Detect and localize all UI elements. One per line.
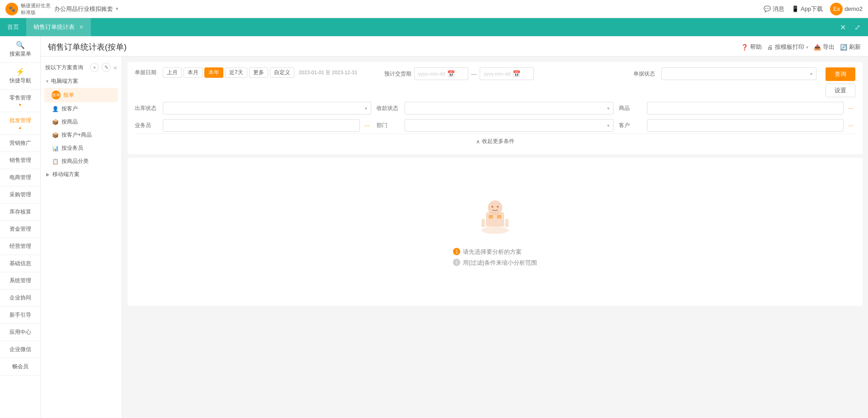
this-year-btn[interactable]: 本年	[204, 67, 223, 78]
tree-by-cust-goods[interactable]: 📦 按客户+商品	[44, 128, 118, 142]
this-month-btn[interactable]: 本月	[184, 67, 203, 78]
sidebar-item-app-center[interactable]: 应用中心	[0, 324, 40, 341]
collapse-panel-button[interactable]: «	[113, 64, 117, 71]
add-scheme-button[interactable]: +	[90, 63, 99, 72]
app-title-chevron-icon: ▾	[116, 6, 118, 12]
refresh-icon: 🔄	[840, 44, 847, 51]
export-icon: 📤	[814, 44, 821, 51]
tree-by-goods[interactable]: 📦 按商品	[44, 115, 118, 128]
ship-status-label: 出库状态	[135, 104, 160, 112]
department-select[interactable]: ▾	[405, 119, 613, 132]
messages-button[interactable]: 💬 消息	[764, 5, 784, 13]
sidebar-item-new-guide[interactable]: 新手引导	[0, 307, 40, 324]
salesperson-input[interactable]	[163, 119, 360, 132]
tree-by-salesperson[interactable]: 📊 按业务员	[44, 142, 118, 155]
window-close-button[interactable]: ✕	[837, 22, 848, 33]
tree-by-order[interactable]: 按单 按单	[44, 88, 118, 102]
payment-status-label: 收款状态	[377, 104, 402, 112]
by-order-icon: 按单	[52, 90, 61, 100]
goods-more-icon[interactable]: ···	[846, 104, 855, 112]
page-actions: ❓ 帮助 🖨 按模板打印 ▾ 📤 导出 🔄 刷新	[741, 43, 861, 51]
left-panel-header: 按以下方案查询 + ✎ «	[41, 60, 122, 75]
sidebar-item-member[interactable]: 畅会员	[0, 358, 40, 375]
body-wrapper: 按以下方案查询 + ✎ « ▾ 电脑端方案 按单 按单	[41, 57, 868, 418]
tab-close-icon[interactable]: ✕	[79, 24, 84, 30]
action-buttons: 查询 设置	[826, 67, 855, 97]
sidebar-item-purchase[interactable]: 采购管理	[0, 186, 40, 204]
app-download-button[interactable]: 📱 App下载	[792, 5, 823, 13]
avatar: Ea	[830, 3, 843, 15]
payment-status-select[interactable]: ▾	[405, 102, 613, 114]
ship-status-arrow-icon: ▾	[365, 106, 367, 111]
by-customer-icon: 👤	[52, 105, 59, 113]
sidebar-item-sales-mgmt[interactable]: 销售管理	[0, 152, 40, 169]
tab-bar-actions: ✕ ⤢	[837, 22, 868, 33]
sidebar-item-wholesale[interactable]: 批发管理 ▲	[0, 112, 40, 135]
delivery-date-start-input[interactable]: yyyy-mm-dd 📅	[414, 67, 468, 80]
logo-area: 🐾 畅捷通好生意 标准版	[5, 2, 51, 15]
export-button[interactable]: 📤 导出	[814, 43, 835, 51]
tab-bar: 首页 销售订单统计表 ✕ ✕ ⤢	[0, 18, 868, 36]
tree-mobile-group[interactable]: ▶ 移动端方案	[44, 168, 118, 181]
tree-by-goods-cat[interactable]: 📋 按商品分类	[44, 155, 118, 168]
tree-by-customer[interactable]: 👤 按客户	[44, 102, 118, 115]
chevron-up-icon: ∧	[476, 138, 480, 145]
delivery-date-end-input[interactable]: yyyy-mm-dd 📅	[480, 67, 534, 80]
sidebar-item-enterprise[interactable]: 企业协同	[0, 290, 40, 307]
search-icon: 🔍	[16, 41, 25, 49]
sidebar-item-ecom[interactable]: 电商管理	[0, 169, 40, 186]
ship-status-select[interactable]: ▾	[163, 102, 371, 114]
sidebar-item-search[interactable]: 🔍 搜索菜单	[0, 36, 40, 63]
svg-point-5	[491, 206, 493, 208]
last-month-btn[interactable]: 上月	[163, 67, 182, 78]
edit-scheme-button[interactable]: ✎	[102, 63, 111, 72]
sidebar-item-quicknav[interactable]: ⚡ 快捷导航	[0, 63, 40, 90]
empty-state-container: 1 请先选择要分析的方案 2 用[过滤]条件来缩小分析范围	[127, 158, 863, 306]
tab-home[interactable]: 首页	[0, 18, 26, 36]
calendar-icon-1: 📅	[447, 70, 455, 77]
collapse-filters-button[interactable]: ∧ 收起更多条件	[135, 133, 855, 149]
sidebar-item-marketing[interactable]: 营销推广	[0, 135, 40, 152]
salesperson-more-icon[interactable]: ···	[363, 122, 372, 129]
page-header: 销售订单统计表(按单) ❓ 帮助 🖨 按模板打印 ▾ 📤 导出 🔄 刷新	[41, 36, 868, 57]
sidebar-item-inventory[interactable]: 库存核算	[0, 204, 40, 221]
print-button[interactable]: 🖨 按模板打印 ▾	[767, 43, 808, 51]
tree-pc-group[interactable]: ▾ 电脑端方案	[44, 75, 118, 88]
retail-arrow-icon: ▼	[18, 103, 22, 107]
sidebar-item-enterprise-wechat[interactable]: 企业微信	[0, 341, 40, 358]
sidebar-item-operations[interactable]: 经营管理	[0, 238, 40, 255]
refresh-button[interactable]: 🔄 刷新	[840, 43, 861, 51]
tab-order-stats[interactable]: 销售订单统计表 ✕	[26, 18, 91, 36]
by-goods-cat-icon: 📋	[52, 158, 59, 165]
empty-tips: 1 请先选择要分析的方案 2 用[过滤]条件来缩小分析范围	[453, 248, 537, 270]
tree-mobile-expand-icon: ▶	[46, 172, 50, 177]
right-content: 单据日期 上月 本月 本年 近7天 更多 自定义 2023-01-01 至 20…	[122, 57, 868, 418]
sidebar-item-basic-info[interactable]: 基础信息	[0, 255, 40, 272]
tip-item-2: 2 用[过滤]条件来缩小分析范围	[453, 259, 537, 267]
more-btn[interactable]: 更多	[249, 67, 268, 78]
app-title[interactable]: 办公用品行业模拟账套 ▾	[54, 5, 760, 13]
custom-btn[interactable]: 自定义	[270, 67, 294, 78]
svg-point-6	[497, 206, 499, 208]
last-7days-btn[interactable]: 近7天	[225, 67, 247, 78]
customer-more-icon[interactable]: ···	[846, 122, 855, 129]
message-icon: 💬	[764, 5, 771, 12]
tree-expand-icon: ▾	[46, 79, 48, 84]
by-goods-icon: 📦	[52, 119, 59, 126]
sidebar-item-retail[interactable]: 零售管理 ▼	[0, 90, 40, 112]
settings-button[interactable]: 设置	[826, 84, 855, 97]
tip-num-1: 1	[453, 248, 460, 255]
window-restore-button[interactable]: ⤢	[852, 22, 863, 33]
customer-input[interactable]	[647, 119, 844, 132]
download-icon: 📱	[792, 5, 799, 12]
sidebar-item-finance[interactable]: 资金管理	[0, 221, 40, 238]
user-profile-button[interactable]: Ea demo2	[830, 3, 863, 15]
department-arrow-icon: ▾	[607, 123, 609, 128]
order-status-select[interactable]: ▾	[661, 67, 816, 80]
query-button[interactable]: 查询	[826, 67, 855, 81]
calendar-icon-2: 📅	[513, 70, 520, 77]
sidebar-item-sys-mgmt[interactable]: 系统管理	[0, 272, 40, 290]
sidebar: 🔍 搜索菜单 ⚡ 快捷导航 零售管理 ▼ 批发管理 ▲ 营销推广 销售管理 电商…	[0, 36, 41, 418]
help-button[interactable]: ❓ 帮助	[741, 43, 762, 51]
goods-input[interactable]	[647, 102, 844, 114]
